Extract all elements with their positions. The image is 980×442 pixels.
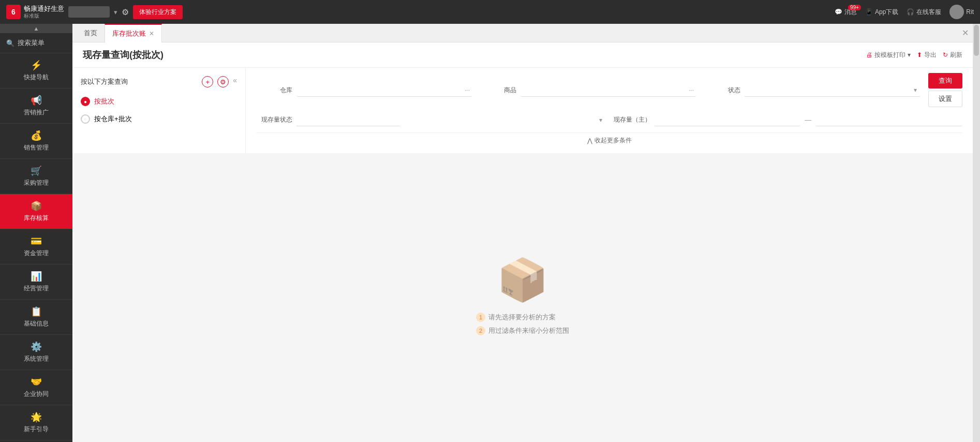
empty-tip-1-text: 请先选择要分析的方案 <box>488 313 556 322</box>
app-download-label: App下载 <box>875 8 898 17</box>
tab-batch-account-label: 库存批次账 <box>112 29 146 38</box>
sidebar-newguide-label: 新手引导 <box>24 425 49 434</box>
warehouse-input[interactable] <box>296 84 472 97</box>
online-service-label: 在线客服 <box>916 8 941 17</box>
status-label: 状态 <box>704 86 740 95</box>
sidebar-scroll-up[interactable]: ▲ <box>0 24 72 33</box>
trial-button[interactable]: 体验行业方案 <box>133 5 183 19</box>
sidebar-inventory-label: 库存核算 <box>24 214 49 223</box>
tabs-bar: 首页 库存批次账 ✕ ✕ <box>72 24 973 42</box>
message-icon: 💬 <box>835 8 842 16</box>
goods-input-wrapper: ··· <box>521 84 696 97</box>
top-bar-left: 6 畅康通好生意 标准版 ▾ ⚙ 体验行业方案 <box>6 5 183 19</box>
stock-qty-label: 现存量（主） <box>614 115 650 124</box>
top-bar: 6 畅康通好生意 标准版 ▾ ⚙ 体验行业方案 💬 消息 99+ 📱 App下载… <box>0 0 980 24</box>
stock-qty-to-input[interactable] <box>815 113 962 126</box>
page-title: 现存量查询(按批次) <box>83 49 164 61</box>
empty-tip-2: 2 用过滤条件来缩小分析范围 <box>476 326 569 335</box>
system-icon: ⚙️ <box>31 341 42 352</box>
sidebar-item-finance[interactable]: 💳 资金管理 <box>0 229 72 264</box>
sidebar-item-enterprise[interactable]: 🤝 企业协同 <box>0 370 72 405</box>
sidebar-item-newguide[interactable]: 🌟 新手引导 <box>0 405 72 440</box>
messages-btn[interactable]: 💬 消息 99+ <box>835 8 857 17</box>
inactive-scheme-dot: ○ <box>81 114 90 124</box>
sidebar-basic-label: 基础信息 <box>24 319 49 328</box>
settings-icon[interactable]: ⚙ <box>122 7 129 17</box>
scheme-by-batch[interactable]: ● 按批次 <box>72 93 245 110</box>
chevron-up-icon: ⋀ <box>587 137 592 144</box>
sidebar-system-label: 系统管理 <box>24 355 49 363</box>
stock-status-label: 现存量状态 <box>256 115 292 124</box>
goods-input[interactable] <box>521 84 696 97</box>
app-edition: 标准版 <box>24 13 64 19</box>
sidebar-item-purchase[interactable]: 🛒 采购管理 <box>0 159 72 194</box>
refresh-btn[interactable]: ↻ 刷新 <box>943 51 962 60</box>
empty-tip-1: 1 请先选择要分析的方案 <box>476 313 569 322</box>
sidebar-item-quicknav[interactable]: ⚡ 快捷导航 <box>0 53 72 89</box>
avatar <box>949 5 964 19</box>
app-download-btn[interactable]: 📱 App下载 <box>865 8 898 17</box>
right-scrollbar[interactable] <box>973 24 980 442</box>
search-input[interactable] <box>68 6 110 18</box>
stock-status-select-wrapper: ▾ <box>296 113 605 126</box>
top-bar-right: 💬 消息 99+ 📱 App下载 🎧 在线客服 Rit <box>835 5 974 19</box>
action-btns: 查询 设置 <box>928 73 962 107</box>
scheme-settings-icon: ⚙ <box>220 78 226 86</box>
scrollbar-handle[interactable] <box>974 25 979 56</box>
query-button[interactable]: 查询 <box>928 73 962 89</box>
scheme-by-warehouse-batch[interactable]: ○ 按仓库+批次 <box>72 110 245 128</box>
filter-fields: 仓库 ··· 商品 ··· <box>246 68 973 153</box>
print-icon: 🖨 <box>866 51 872 58</box>
online-service-btn[interactable]: 🎧 在线客服 <box>907 8 941 17</box>
status-select[interactable] <box>745 84 920 97</box>
sidebar-item-basic[interactable]: 📋 基础信息 <box>0 300 72 335</box>
collapse-more-btn[interactable]: ⋀ 收起更多条件 <box>256 132 962 148</box>
user-name: Rit <box>966 8 974 16</box>
tab-batch-account[interactable]: 库存批次账 ✕ <box>105 24 162 42</box>
content-area: 首页 库存批次账 ✕ ✕ 现存量查询(按批次) 🖨 按模板打印 ▾ ⬆ 导出 <box>72 24 973 442</box>
print-dropdown-icon[interactable]: ▾ <box>908 51 911 58</box>
sidebar-finance-label: 资金管理 <box>24 249 49 258</box>
scheme-settings-btn[interactable]: ⚙ <box>217 76 229 87</box>
settings-button[interactable]: 设置 <box>928 91 962 107</box>
basic-icon: 📋 <box>31 306 42 317</box>
sidebar-item-marketing[interactable]: 📢 营销推广 <box>0 89 72 124</box>
sidebar-operations-label: 经营管理 <box>24 284 49 293</box>
inventory-icon: 📦 <box>31 200 42 212</box>
sidebar-item-inventory[interactable]: 📦 库存核算 <box>0 194 72 229</box>
filter-sidebar-title: 按以下方案查询 <box>81 77 128 86</box>
sidebar-sales-label: 销售管理 <box>24 143 49 152</box>
logo-area: 6 畅康通好生意 标准版 <box>6 5 64 19</box>
print-label: 按模板打印 <box>874 51 905 60</box>
user-menu-btn[interactable]: Rit <box>949 5 974 19</box>
app-download-icon: 📱 <box>865 8 873 16</box>
logo-icon: 6 <box>6 5 21 19</box>
warehouse-dots-btn[interactable]: ··· <box>465 86 470 94</box>
tab-close-icon[interactable]: ✕ <box>149 30 154 37</box>
empty-illustration: 📦 <box>497 256 548 304</box>
search-dropdown-icon[interactable]: ▾ <box>114 8 117 16</box>
print-btn[interactable]: 🖨 按模板打印 ▾ <box>866 51 911 60</box>
export-btn[interactable]: ⬆ 导出 <box>917 51 937 60</box>
goods-dots-btn[interactable]: ··· <box>689 86 694 94</box>
export-icon: ⬆ <box>917 51 922 58</box>
tab-home[interactable]: 首页 <box>77 24 105 42</box>
header-actions: 🖨 按模板打印 ▾ ⬆ 导出 ↻ 刷新 <box>866 51 962 60</box>
sidebar-enterprise-label: 企业协同 <box>24 390 49 399</box>
filter-sidebar-header: 按以下方案查询 + ⚙ « <box>72 73 245 93</box>
stock-qty-from-input[interactable] <box>654 113 801 126</box>
stock-status-select[interactable] <box>296 113 400 126</box>
sidebar-item-system[interactable]: ⚙️ 系统管理 <box>0 335 72 370</box>
sidebar-item-search[interactable]: 🔍 搜索菜单 <box>0 33 72 53</box>
operations-icon: 📊 <box>31 271 42 282</box>
filter-group-stock-status: 现存量状态 ▾ <box>256 113 605 126</box>
app-name-text: 畅康通好生意 <box>24 5 64 12</box>
enterprise-icon: 🤝 <box>31 376 42 388</box>
panel-close-button[interactable]: ✕ <box>962 28 969 38</box>
add-scheme-btn[interactable]: + <box>202 76 213 87</box>
status-select-wrapper: ▾ <box>745 84 920 97</box>
sidebar-item-sales[interactable]: 💰 销售管理 <box>0 124 72 159</box>
collapse-sidebar-btn[interactable]: « <box>233 76 237 87</box>
filter-sidebar-actions: + ⚙ « <box>202 76 237 87</box>
sidebar-item-operations[interactable]: 📊 经营管理 <box>0 264 72 300</box>
